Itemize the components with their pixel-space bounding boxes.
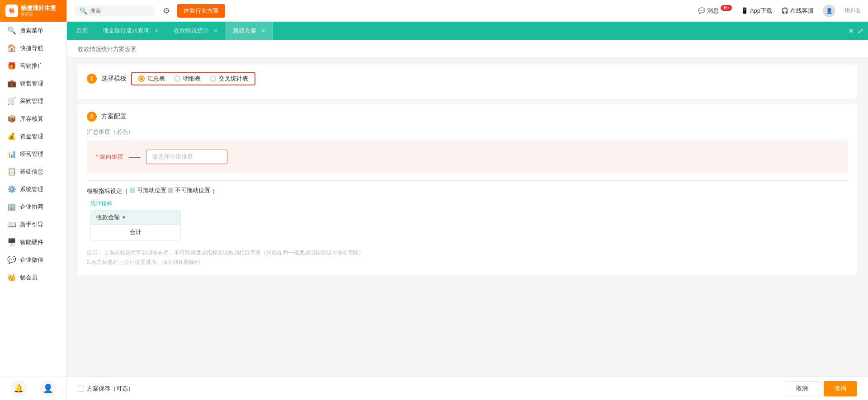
tip2: 2.点击标题栏下拉可设置排序、插入列和删除列 (87, 259, 848, 266)
sidebar-item-guide[interactable]: 📖 新手引导 (0, 216, 66, 233)
topbar-search[interactable]: 🔍 (74, 5, 156, 16)
tab-receipt-stat-label: 收款情况统计 (174, 27, 209, 35)
save-checkbox[interactable] (78, 386, 84, 392)
inventory-icon: 📦 (7, 114, 16, 123)
topbar: 🔍 ⚙ 体验行业方案 💬 消息 99+ 📱 App下载 🎧 在线客服 👤 用户名 (67, 0, 868, 22)
radio-summary[interactable]: 汇总表 (138, 75, 165, 83)
support-icon: 🎧 (781, 7, 788, 14)
metric-table-header[interactable]: 收款金额 ▾ (91, 211, 180, 224)
message-badge: 99+ (721, 5, 732, 11)
metric-label-text: 模板指标设定（ 可拖动位置 不可拖动位置 ） (87, 186, 218, 195)
metric-table: 收款金额 ▾ 合计 (90, 210, 181, 240)
support-btn[interactable]: 🎧 在线客服 (781, 7, 814, 15)
step1-num: 1 (87, 74, 97, 84)
metric-section-label: 统计指标 (90, 200, 848, 207)
radio-summary-btn[interactable] (138, 75, 145, 82)
sidebar-item-label: 采购管理 (20, 97, 43, 105)
tab-home[interactable]: 首页 (67, 22, 95, 40)
tab-expand-icon[interactable]: ⤢ (858, 27, 863, 35)
drag-legend-label: 可拖动位置 (137, 186, 166, 194)
content-body: 1 选择模板 汇总表 明细表 (67, 57, 868, 288)
nodrag-legend-dot (168, 188, 173, 193)
chevron-down-icon[interactable]: ▾ (123, 214, 125, 221)
smart-hw-icon: 🖥️ (7, 238, 16, 246)
save-label: 方案保存（可选） (87, 385, 134, 393)
gift-icon: 🎁 (7, 61, 16, 70)
template-select-area: 汇总表 明细表 交叉统计表 (131, 72, 255, 85)
tab-receipt-stat-close[interactable]: ✕ (213, 28, 218, 34)
gear-icon[interactable]: ⚙ (163, 6, 170, 16)
tab-home-label: 首页 (76, 27, 88, 35)
sidebar-item-label: 快捷导航 (20, 44, 43, 52)
step2-num: 2 (87, 112, 97, 122)
tab-bank-flow-close[interactable]: ✕ (154, 28, 159, 34)
support-label: 在线客服 (790, 7, 814, 15)
member-icon: 👑 (7, 273, 16, 282)
radio-detail[interactable]: 明细表 (174, 75, 201, 83)
tab-receipt-stat[interactable]: 收款情况统计 ✕ (166, 22, 226, 40)
dimension-area: * 纵向维度 —— 请选择分组维度 (87, 141, 848, 173)
step1-title: 选择模板 (101, 75, 127, 83)
metric-label: 模板指标设定（ 可拖动位置 不可拖动位置 ） (87, 186, 848, 195)
sidebar-item-basic-info[interactable]: 📋 基础信息 (0, 163, 66, 180)
step2-title: 方案配置 (101, 113, 127, 121)
sidebar-item-label: 营销推广 (20, 62, 43, 70)
tab-bank-flow[interactable]: 现金银行流水查询 ✕ (95, 22, 166, 40)
operation-icon: 📊 (7, 150, 16, 158)
download-btn[interactable]: 📱 App下载 (741, 7, 772, 15)
query-button[interactable]: 查询 (824, 381, 857, 396)
radio-cross[interactable]: 交叉统计表 (210, 75, 248, 83)
topbar-right: 💬 消息 99+ 📱 App下载 🎧 在线客服 👤 用户名 (698, 5, 861, 17)
sidebar-item-label: 新手引导 (20, 221, 43, 229)
download-icon: 📱 (741, 7, 748, 14)
radio-detail-label: 明细表 (183, 75, 201, 83)
message-label: 消息 (707, 7, 719, 15)
tip1: 提示： 1.拖动标题栏可以调整布局，不可跨维度或指标区域拖动栏目字段（只能在同一… (87, 249, 848, 257)
user-avatar[interactable]: 👤 (823, 5, 835, 17)
finance-icon: 💰 (7, 132, 16, 141)
sales-icon: 💼 (7, 79, 16, 88)
step2-header: 2 方案配置 (87, 112, 848, 122)
tab-close-all-icon[interactable]: ✕ (848, 27, 854, 35)
sidebar-footer-btn-2[interactable]: 👤 (40, 380, 56, 396)
download-label: App下载 (750, 7, 772, 15)
message-icon: 💬 (698, 7, 705, 14)
radio-summary-label: 汇总表 (147, 75, 165, 83)
message-btn[interactable]: 💬 消息 99+ (698, 7, 732, 15)
search-input[interactable] (90, 8, 144, 14)
sidebar-item-system[interactable]: ⚙️ 系统管理 (0, 180, 66, 198)
dimension-placeholder: 请选择分组维度 (152, 153, 193, 160)
sidebar-nav: 🔍 搜索菜单 🏠 快捷导航 🎁 营销推广 💼 销售管理 🛒 采购管理 📦 库存核… (0, 22, 66, 376)
page-header: 收款情况统计方案设置 (67, 40, 868, 57)
trial-button[interactable]: 体验行业方案 (177, 4, 225, 18)
sidebar-footer-btn-1[interactable]: 🔔 (10, 380, 27, 396)
sidebar-item-enterprise[interactable]: 🏢 企业协同 (0, 198, 66, 216)
sidebar-item-wechat[interactable]: 💬 企业微信 (0, 251, 66, 268)
sidebar-item-quick-nav[interactable]: 🏠 快捷导航 (0, 39, 66, 57)
sidebar-item-smart-hw[interactable]: 🖥️ 智能硬件 (0, 233, 66, 251)
cancel-button[interactable]: 取消 (785, 381, 819, 396)
sidebar-item-inventory[interactable]: 📦 库存核算 (0, 110, 66, 127)
save-check[interactable]: 方案保存（可选） (78, 385, 134, 393)
radio-cross-btn[interactable] (210, 75, 216, 82)
sidebar-item-operation[interactable]: 📊 经营管理 (0, 145, 66, 163)
tab-new-plan[interactable]: 新建方案 ✕ (226, 22, 273, 40)
tab-new-plan-close[interactable]: ✕ (261, 28, 265, 34)
metric-header-text: 收款金额 (96, 213, 120, 221)
dimension-select[interactable]: 请选择分组维度 (146, 150, 227, 164)
sidebar-item-marketing[interactable]: 🎁 营销推广 (0, 57, 66, 75)
sidebar-item-search-menu[interactable]: 🔍 搜索菜单 (0, 22, 66, 39)
radio-detail-btn[interactable] (174, 75, 180, 82)
sidebar-item-member[interactable]: 👑 畅会员 (0, 268, 66, 286)
sidebar-item-finance[interactable]: 💰 资金管理 (0, 127, 66, 145)
dimension-label: 汇总维度（必选） (87, 128, 848, 136)
sidebar-item-sales[interactable]: 💼 销售管理 (0, 75, 66, 92)
divider (87, 180, 848, 181)
dimension-row-label: * 纵向维度 (96, 153, 123, 161)
search-icon: 🔍 (80, 7, 87, 14)
radio-cross-label: 交叉统计表 (219, 75, 248, 83)
tab-new-plan-label: 新建方案 (233, 27, 256, 35)
sidebar-item-purchase[interactable]: 🛒 采购管理 (0, 92, 66, 110)
dimension-required: （必选） (110, 128, 134, 135)
purchase-icon: 🛒 (7, 97, 16, 105)
